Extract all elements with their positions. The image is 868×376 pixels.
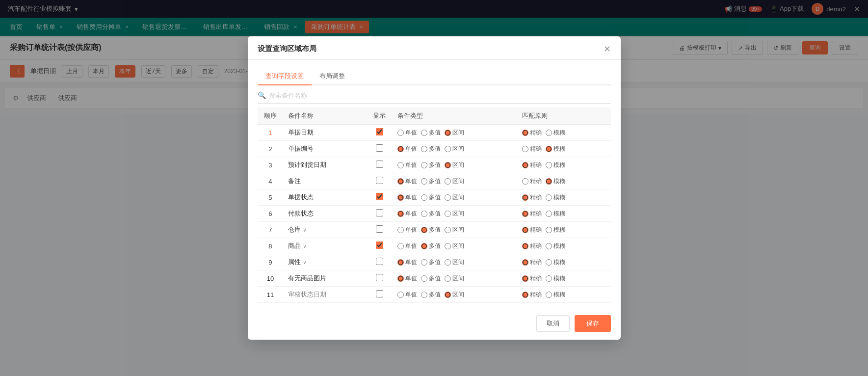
dialog-title: 设置查询区域布局 xyxy=(258,44,316,54)
dialog-close-button[interactable]: ✕ xyxy=(604,45,611,54)
dialog-tabs: 查询字段设置 布局调整 xyxy=(258,68,611,85)
th-display: 显示 xyxy=(367,107,393,114)
th-order: 顺序 xyxy=(258,107,284,114)
dialog-body: 查询字段设置 布局调整 🔍 顺序 条件名称 显示 条件类型 xyxy=(248,60,621,114)
search-icon: 🔍 xyxy=(258,91,266,99)
th-match-rule: 匹配原则 xyxy=(517,107,611,114)
dialog-overlay: 设置查询区域布局 ✕ 查询字段设置 布局调整 🔍 顺序 xyxy=(0,0,868,114)
dialog-tab-query-fields[interactable]: 查询字段设置 xyxy=(258,68,312,85)
settings-dialog: 设置查询区域布局 ✕ 查询字段设置 布局调整 🔍 顺序 xyxy=(248,36,621,114)
th-cond-type: 条件类型 xyxy=(393,107,517,114)
th-name: 条件名称 xyxy=(283,107,366,114)
dialog-header: 设置查询区域布局 ✕ xyxy=(248,36,621,60)
search-input[interactable] xyxy=(269,92,367,99)
dialog-tab-layout[interactable]: 布局调整 xyxy=(312,68,353,85)
conditions-table: 顺序 条件名称 显示 条件类型 匹配原则 1单据日期单值多值区间精确模糊2单据编… xyxy=(258,107,611,114)
search-bar: 🔍 xyxy=(258,91,611,104)
